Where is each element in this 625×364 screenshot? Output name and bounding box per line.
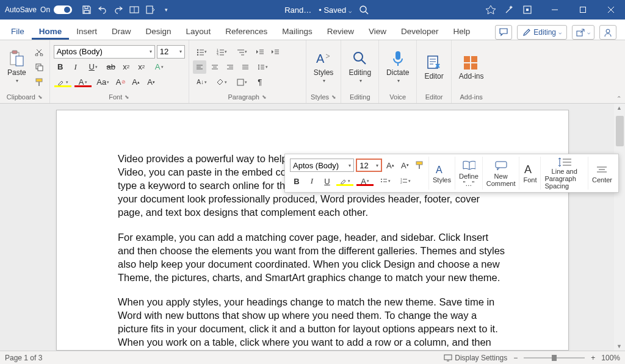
bullets-button[interactable]: ▾ [193,45,211,59]
paragraph-3[interactable]: When you apply styles, your headings cha… [118,295,507,351]
format-painter-button[interactable] [32,76,46,89]
maximize-button[interactable] [569,0,597,20]
close-button[interactable] [597,0,625,20]
mini-define-button[interactable]: Define "…" [455,157,483,190]
font-size-combo[interactable]: 12▾ [157,45,185,59]
qat-icon-4[interactable] [145,5,155,15]
mini-font-button[interactable]: A Font [519,157,541,190]
align-left-button[interactable] [193,60,206,74]
paragraph-2[interactable]: For example, you can add a matching cove… [118,230,507,284]
page-indicator[interactable]: Page 1 of 3 [5,354,42,362]
autosave[interactable]: AutoSave On [0,5,77,14]
tab-review[interactable]: Review [320,23,361,40]
change-case-button[interactable]: Aa▾ [94,76,112,89]
mini-numbering[interactable]: 12▾ [396,174,414,188]
paste-button[interactable]: Paste ▾ [4,43,30,91]
redo-icon[interactable] [114,5,123,15]
tab-design[interactable]: Design [139,23,179,40]
font-color-button[interactable]: A▾ [74,76,92,89]
mini-grow-font[interactable]: A▴ [384,159,397,172]
account-button[interactable] [599,25,616,40]
font-name-combo[interactable]: Aptos (Body)▾ [54,45,155,59]
justify-button[interactable] [239,60,252,74]
mini-size-combo[interactable]: 12▾ [356,159,382,172]
increase-indent-button[interactable] [269,45,282,59]
dictate-button[interactable]: Dictate▾ [383,43,413,91]
addins-button[interactable]: Add-ins [455,43,488,91]
tab-mailings[interactable]: Mailings [275,23,320,40]
text-effects-button[interactable]: A▾ [150,60,168,74]
cut-button[interactable] [32,45,46,59]
comments-button[interactable] [495,25,512,40]
mini-shrink-font[interactable]: A▾ [399,159,411,172]
qat-more-icon[interactable]: ▾ [161,5,171,15]
mini-spacing-button[interactable]: Line and Paragraph Spacing [541,157,588,190]
magic-icon[interactable] [504,5,514,15]
align-right-button[interactable] [223,60,237,74]
premium-icon[interactable] [486,5,496,15]
search-icon[interactable] [359,5,369,15]
font-launcher[interactable]: ⬊ [125,94,129,100]
mini-font-color[interactable]: A▾ [356,174,374,188]
autosave-toggle[interactable] [54,5,72,14]
tab-references[interactable]: References [218,23,275,40]
editing-mode-button[interactable]: Editing⌵ [517,25,567,40]
multilevel-button[interactable]: ▾ [233,45,251,59]
underline-button[interactable]: U▾ [84,60,103,74]
tab-view[interactable]: View [361,23,394,40]
clear-formatting-button[interactable]: A⊘ [114,76,128,89]
mini-italic[interactable]: I [305,174,319,188]
show-marks-button[interactable]: ¶ [253,76,267,89]
decrease-indent-button[interactable] [253,45,267,59]
grow-font-button[interactable]: A▴ [129,76,143,89]
shading-button[interactable]: ▾ [213,76,231,89]
save-icon[interactable] [82,5,92,15]
display-settings[interactable]: Display Settings [444,354,507,362]
numbering-button[interactable]: 123▾ [213,45,231,59]
qat-icon-3[interactable] [129,5,139,15]
subscript-button[interactable]: x2 [120,60,133,74]
share-button[interactable]: ⌵ [572,25,594,40]
tab-draw[interactable]: Draw [104,23,139,40]
tab-help[interactable]: Help [446,23,478,40]
sort-button[interactable]: A↓▾ [193,76,211,89]
mini-bold[interactable]: B [290,174,303,188]
italic-button[interactable]: I [69,60,82,74]
strikethrough-button[interactable]: ab [104,60,118,74]
zoom-slider[interactable] [524,357,585,359]
editor-button[interactable]: Editor [421,43,447,91]
mini-font-combo[interactable]: Aptos (Body)▾ [290,159,354,172]
scroll-thumb[interactable] [616,116,624,146]
editing-button[interactable]: Editing▾ [345,43,375,91]
saved-indicator[interactable]: • Saved ⌵ [319,5,352,15]
mini-center-button[interactable]: Center [588,157,616,190]
bold-button[interactable]: B [54,60,67,74]
tab-file[interactable]: File [4,23,32,40]
mini-bullets[interactable]: ▾ [376,174,394,188]
paragraph-launcher[interactable]: ⬊ [262,94,267,100]
borders-button[interactable]: ▾ [233,76,251,89]
clipboard-launcher[interactable]: ⬊ [38,94,43,100]
zoom-in-button[interactable]: + [591,354,595,362]
mini-comment-button[interactable]: New Comment [483,157,520,190]
line-spacing-button[interactable]: ▾ [254,60,272,74]
app-icon[interactable] [522,5,532,15]
shrink-font-button[interactable]: A▾ [145,76,158,89]
zoom-out-button[interactable]: − [513,354,518,362]
tab-insert[interactable]: Insert [69,23,104,40]
highlight-button[interactable]: ▾ [54,76,72,89]
copy-button[interactable] [32,60,46,74]
mini-underline[interactable]: U [320,174,334,188]
tab-developer[interactable]: Developer [394,23,446,40]
tab-home[interactable]: Home [32,23,70,40]
undo-icon[interactable] [98,5,107,15]
collapse-ribbon-icon[interactable]: ⌃ [616,95,621,102]
tab-layout[interactable]: Layout [179,23,219,40]
scroll-up-icon[interactable]: ▲ [616,105,622,111]
scroll-down-icon[interactable]: ▼ [616,343,622,349]
align-center-button[interactable] [208,60,222,74]
styles-button[interactable]: A Styles▾ [310,43,338,91]
superscript-button[interactable]: x2 [135,60,148,74]
mini-styles-button[interactable]: A Styles [429,157,455,190]
styles-launcher[interactable]: ⬊ [331,94,336,100]
